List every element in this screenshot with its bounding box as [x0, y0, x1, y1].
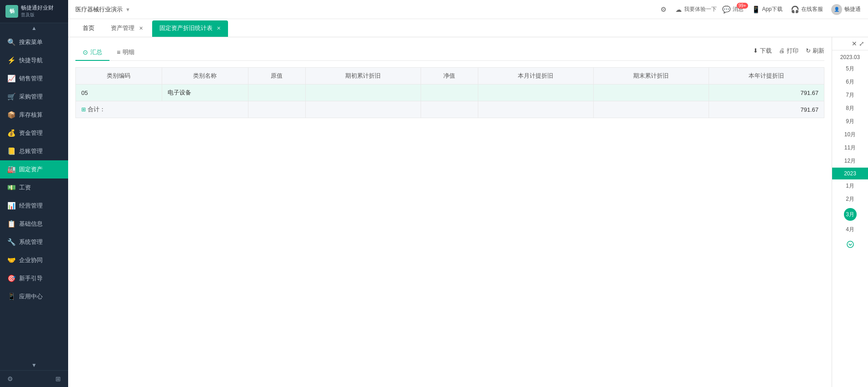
messages-badge: 99+ — [737, 3, 748, 9]
customer-service-button[interactable]: 🎧 在线客服 — [791, 5, 823, 14]
sidebar-item-payroll[interactable]: 💵 工资 — [0, 179, 68, 197]
sidebar-item-app-center[interactable]: 📱 应用中心 — [0, 288, 68, 306]
sidebar-item-quick-nav[interactable]: ⚡ 快捷导航 — [0, 51, 68, 69]
print-button[interactable]: 🖨 打印 — [779, 47, 799, 55]
cell-net-value — [421, 84, 478, 101]
cell-original — [248, 84, 305, 101]
messages-button[interactable]: 💬 消息 99+ — [722, 5, 744, 14]
depreciation-table: 类别编码 类别名称 原值 期初累计折旧 净值 本月计提折旧 期末累计折旧 本年计… — [75, 67, 824, 118]
col-header-original: 原值 — [248, 68, 305, 84]
basic-info-icon: 📋 — [7, 220, 15, 228]
collapse-icon[interactable]: ⊞ — [55, 375, 61, 382]
sidebar-item-purchase[interactable]: 🛒 采购管理 — [0, 88, 68, 106]
sidebar-menu: 🔍 搜索菜单 ⚡ 快捷导航 📈 销售管理 🛒 采购管理 📦 库存核算 💰 资金管… — [0, 33, 68, 360]
refresh-label: 刷新 — [813, 47, 824, 55]
date-panel-close-icon[interactable]: ✕ — [852, 40, 857, 47]
table-header-row: 类别编码 类别名称 原值 期初累计折旧 净值 本月计提折旧 期末累计折旧 本年计… — [76, 68, 824, 84]
logo-icon: 畅 — [5, 5, 18, 18]
tab-home[interactable]: 首页 — [75, 20, 102, 37]
app-download-button[interactable]: 📱 App下载 — [752, 5, 783, 14]
sidebar-label-search: 搜索菜单 — [19, 38, 43, 46]
cell-end-acc — [593, 84, 709, 101]
summary-icon: ⊙ — [83, 49, 88, 56]
cell-code: 05 — [76, 84, 162, 101]
sidebar-item-system[interactable]: 🔧 系统管理 — [0, 233, 68, 251]
date-scroll-down[interactable] — [832, 238, 868, 251]
sidebar-label-operations: 经营管理 — [19, 202, 43, 210]
sidebar-item-enterprise[interactable]: 🤝 企业协同 — [0, 251, 68, 269]
total-original — [248, 101, 305, 118]
cell-annual: 791.67 — [709, 84, 824, 101]
settings-button[interactable]: ⚙ — [660, 5, 666, 14]
col-header-annual: 本年计提折旧 — [709, 68, 824, 84]
date-month-1[interactable]: 1月 — [832, 179, 868, 193]
sidebar-scroll-down[interactable]: ▼ — [0, 360, 68, 370]
date-month-3[interactable]: 3月 — [844, 208, 857, 221]
avatar: 👤 — [831, 4, 842, 15]
company-name: 医疗器械行业演示 — [75, 5, 123, 14]
col-header-net-value: 净值 — [421, 68, 478, 84]
topbar: 医疗器械行业演示 ▼ ⚙ ☁ 我要体验一下 💬 消息 99+ 📱 App下载 🎧… — [68, 0, 868, 19]
date-month-2[interactable]: 2月 — [832, 193, 868, 206]
subtabs-bar: ⊙ 汇总 ≡ 明细 ⬇ 下载 🖨 打印 — [75, 45, 824, 61]
download-label: 下载 — [760, 47, 772, 55]
date-panel-expand-icon[interactable]: ⤢ — [859, 40, 864, 47]
date-month-12[interactable]: 12月 — [832, 154, 868, 168]
date-month-4[interactable]: 4月 — [832, 223, 868, 236]
download-button[interactable]: ⬇ 下载 — [753, 47, 772, 55]
date-month-6[interactable]: 6月 — [832, 75, 868, 89]
sidebar-item-sales[interactable]: 📈 销售管理 — [0, 69, 68, 88]
sidebar-label-app-center: 应用中心 — [19, 293, 43, 301]
inventory-icon: 📦 — [7, 111, 15, 119]
date-month-9[interactable]: 9月 — [832, 115, 868, 128]
date-month-5[interactable]: 5月 — [832, 62, 868, 75]
sidebar-item-fixed-assets[interactable]: 🏭 固定资产 — [0, 160, 68, 179]
date-month-8[interactable]: 8月 — [832, 102, 868, 115]
app-center-icon: 📱 — [7, 293, 15, 301]
sidebar-item-finance[interactable]: 💰 资金管理 — [0, 124, 68, 142]
refresh-button[interactable]: ↻ 刷新 — [806, 47, 824, 55]
date-month-10[interactable]: 10月 — [832, 128, 868, 141]
main-area: 医疗器械行业演示 ▼ ⚙ ☁ 我要体验一下 💬 消息 99+ 📱 App下载 🎧… — [68, 0, 868, 387]
sidebar-label-quick-nav: 快捷导航 — [19, 56, 43, 64]
content-main: ⊙ 汇总 ≡ 明细 ⬇ 下载 🖨 打印 — [68, 37, 832, 387]
date-month-11[interactable]: 11月 — [832, 141, 868, 154]
sidebar-item-basic-info[interactable]: 📋 基础信息 — [0, 215, 68, 233]
total-monthly — [478, 101, 593, 118]
date-year-2023[interactable]: 2023 — [832, 168, 868, 179]
sidebar-scroll-up[interactable]: ▲ — [0, 23, 68, 33]
tab-depreciation-close[interactable]: ✕ — [217, 25, 221, 31]
tab-asset-mgmt-close[interactable]: ✕ — [139, 25, 143, 31]
sidebar-item-ledger[interactable]: 📒 总账管理 — [0, 142, 68, 160]
col-header-end-acc: 期末累计折旧 — [593, 68, 709, 84]
operations-icon: 📊 — [7, 202, 15, 210]
tab-depreciation-label: 固定资产折旧统计表 — [159, 25, 213, 31]
sidebar-item-inventory[interactable]: 📦 库存核算 — [0, 106, 68, 124]
company-selector[interactable]: 医疗器械行业演示 ▼ — [75, 5, 655, 14]
sidebar-label-purchase: 采购管理 — [19, 93, 43, 101]
quick-nav-icon: ⚡ — [7, 56, 15, 64]
download-icon: ⬇ — [753, 47, 758, 54]
date-month-7[interactable]: 7月 — [832, 89, 868, 102]
sidebar-label-fixed-assets: 固定资产 — [19, 165, 43, 174]
sidebar-item-search[interactable]: 🔍 搜索菜单 — [0, 33, 68, 51]
subtab-detail[interactable]: ≡ 明细 — [109, 45, 142, 61]
purchase-icon: 🛒 — [7, 93, 15, 101]
enterprise-icon: 🤝 — [7, 256, 15, 264]
finance-icon: 💰 — [7, 129, 15, 137]
tab-depreciation[interactable]: 固定资产折旧统计表 ✕ — [152, 20, 228, 37]
total-expand-icon[interactable]: ⊞ — [81, 106, 86, 113]
sidebar: 畅 畅捷通好业财 普及版 ▲ 🔍 搜索菜单 ⚡ 快捷导航 📈 销售管理 🛒 采购… — [0, 0, 68, 387]
svg-point-0 — [847, 241, 853, 248]
sidebar-logo: 畅 畅捷通好业财 普及版 — [0, 0, 68, 23]
sidebar-item-operations[interactable]: 📊 经营管理 — [0, 197, 68, 215]
experience-button[interactable]: ☁ 我要体验一下 — [675, 5, 717, 13]
total-label-cell: ⊞ 合计： — [76, 101, 248, 118]
settings-icon[interactable]: ⚙ — [7, 375, 13, 382]
tab-asset-mgmt[interactable]: 资产管理 ✕ — [104, 20, 150, 37]
search-icon: 🔍 — [7, 38, 15, 46]
user-menu[interactable]: 👤 畅捷通 — [831, 4, 861, 15]
sidebar-item-guide[interactable]: 🎯 新手引导 — [0, 269, 68, 288]
detail-icon: ≡ — [117, 49, 120, 56]
subtab-summary[interactable]: ⊙ 汇总 — [75, 45, 109, 61]
